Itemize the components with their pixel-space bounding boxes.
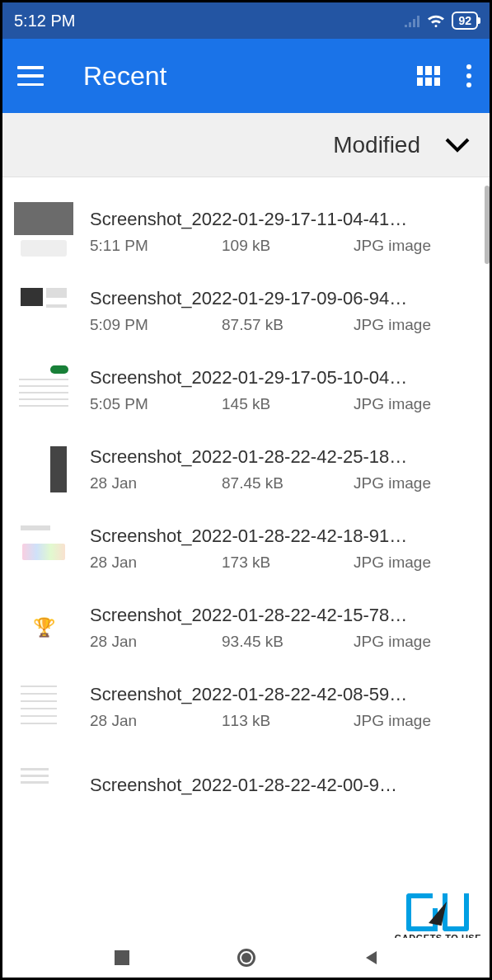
file-date: 28 Jan [90, 554, 222, 572]
file-type: JPG image [354, 554, 473, 572]
file-item[interactable]: Screenshot_2022-01-28-22-42-18-91… 28 Ja… [2, 509, 490, 588]
file-item[interactable]: Screenshot_2022-01-28-22-42-08-59… 28 Ja… [2, 667, 490, 747]
file-type: JPG image [354, 633, 473, 651]
file-size: 173 kB [222, 554, 354, 572]
app-bar: Recent [2, 39, 490, 113]
file-date: 5:09 PM [90, 316, 222, 334]
file-thumbnail [14, 598, 73, 657]
chevron-down-icon[interactable] [445, 138, 470, 153]
signal-icon [404, 14, 420, 27]
file-info: Screenshot_2022-01-29-17-05-10-04… 5:05 … [90, 367, 473, 413]
file-info: Screenshot_2022-01-29-17-11-04-41… 5:11 … [90, 209, 473, 255]
file-thumbnail [14, 360, 73, 420]
file-info: Screenshot_2022-01-28-22-42-15-78… 28 Ja… [90, 605, 473, 651]
file-type: JPG image [354, 712, 473, 730]
menu-icon[interactable] [17, 66, 44, 86]
back-button[interactable] [363, 949, 378, 966]
file-item[interactable]: Screenshot_2022-01-28-22-42-00-9… [2, 747, 490, 826]
file-name: Screenshot_2022-01-28-22-42-00-9… [90, 775, 473, 796]
file-list: Screenshot_2022-01-29-17-11-04-41… 5:11 … [2, 177, 490, 938]
file-type: JPG image [354, 316, 473, 334]
status-bar: 5:12 PM 92 [2, 2, 490, 39]
file-thumbnail [14, 677, 73, 737]
file-date: 28 Jan [90, 633, 222, 651]
file-thumbnail [14, 202, 73, 261]
file-info: Screenshot_2022-01-28-22-42-25-18… 28 Ja… [90, 446, 473, 492]
file-info: Screenshot_2022-01-29-17-09-06-94… 5:09 … [90, 288, 473, 334]
file-size: 87.45 kB [222, 474, 354, 492]
file-date: 28 Jan [90, 474, 222, 492]
file-name: Screenshot_2022-01-28-22-42-25-18… [90, 446, 473, 468]
file-item[interactable]: Screenshot_2022-01-29-17-11-04-41… 5:11 … [2, 192, 490, 271]
status-time: 5:12 PM [14, 12, 75, 31]
file-size: 109 kB [222, 237, 354, 255]
file-item[interactable]: Screenshot_2022-01-29-17-05-10-04… 5:05 … [2, 351, 490, 430]
file-item[interactable]: Screenshot_2022-01-28-22-42-15-78… 28 Ja… [2, 588, 490, 667]
scrollbar[interactable] [485, 186, 490, 264]
more-options-icon[interactable] [463, 61, 475, 91]
file-type: JPG image [354, 395, 473, 413]
battery-indicator: 92 [452, 12, 478, 30]
file-name: Screenshot_2022-01-29-17-09-06-94… [90, 288, 473, 309]
file-type: JPG image [354, 474, 473, 492]
file-size: 87.57 kB [222, 316, 354, 334]
sort-label: Modified [333, 132, 420, 158]
file-date: 5:05 PM [90, 395, 222, 413]
file-name: Screenshot_2022-01-29-17-05-10-04… [90, 367, 473, 389]
file-thumbnail [14, 519, 73, 578]
navigation-bar [2, 938, 490, 978]
file-info: Screenshot_2022-01-28-22-42-08-59… 28 Ja… [90, 684, 473, 730]
file-name: Screenshot_2022-01-28-22-42-18-91… [90, 525, 473, 547]
file-info: Screenshot_2022-01-28-22-42-18-91… 28 Ja… [90, 525, 473, 572]
recent-apps-button[interactable] [115, 950, 129, 965]
page-title: Recent [83, 61, 417, 92]
grid-view-icon[interactable] [417, 66, 440, 86]
file-size: 113 kB [222, 712, 354, 730]
file-info: Screenshot_2022-01-28-22-42-00-9… [90, 770, 473, 803]
wifi-icon [427, 13, 445, 28]
file-size: 145 kB [222, 395, 354, 413]
file-size: 93.45 kB [222, 633, 354, 651]
file-date: 28 Jan [90, 712, 222, 730]
file-date: 5:11 PM [90, 237, 222, 255]
file-name: Screenshot_2022-01-28-22-42-15-78… [90, 605, 473, 626]
file-thumbnail [14, 756, 73, 816]
home-button[interactable] [237, 949, 255, 967]
sort-bar[interactable]: Modified [2, 113, 490, 177]
file-item[interactable]: Screenshot_2022-01-29-17-09-06-94… 5:09 … [2, 271, 490, 351]
file-name: Screenshot_2022-01-28-22-42-08-59… [90, 684, 473, 705]
status-icons: 92 [404, 12, 478, 30]
file-name: Screenshot_2022-01-29-17-11-04-41… [90, 209, 473, 230]
file-thumbnail [14, 281, 73, 341]
watermark: GADGETS TO USE [395, 893, 481, 943]
file-type: JPG image [354, 237, 473, 255]
file-thumbnail [14, 440, 73, 499]
file-item[interactable]: Screenshot_2022-01-28-22-42-25-18… 28 Ja… [2, 430, 490, 509]
